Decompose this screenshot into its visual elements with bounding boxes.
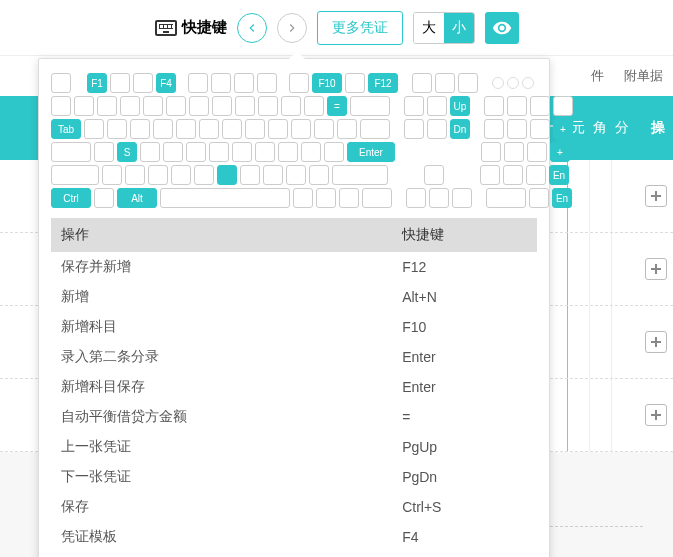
add-row-button[interactable] xyxy=(645,331,667,353)
shortcut-row: 下一张凭证PgDn xyxy=(51,462,537,492)
arrow-left-icon xyxy=(245,21,259,35)
shortcut-action: 新增 xyxy=(51,282,392,312)
key-n xyxy=(217,165,237,185)
eye-icon xyxy=(492,18,512,38)
svg-rect-7 xyxy=(651,414,661,416)
shortcut-keys-label: 快捷键 xyxy=(182,18,227,37)
operation-col-label: 操 xyxy=(643,104,673,152)
key-en2: En xyxy=(552,188,572,208)
plus-box-icon xyxy=(650,336,662,348)
key-f12: F12 xyxy=(368,73,398,93)
shortcut-key: F10 xyxy=(392,312,537,342)
key-alt: Alt xyxy=(117,188,157,208)
shortcut-action: 下一张凭证 xyxy=(51,462,392,492)
shortcut-keys-button[interactable]: 快捷键 xyxy=(155,18,227,37)
attachment-count-label: 件 xyxy=(591,67,604,85)
shortcut-popover: F1 F4 F10 F12 = Up Tab xyxy=(38,58,550,557)
shortcut-key: F12 xyxy=(392,252,537,282)
col-key: 快捷键 xyxy=(392,218,537,252)
shortcut-action: 新增科目保存 xyxy=(51,372,392,402)
attach-docs-label[interactable]: 附单据 xyxy=(624,67,663,85)
size-large-button[interactable]: 大 xyxy=(414,13,444,43)
shortcut-key: Enter xyxy=(392,342,537,372)
top-toolbar: 快捷键 更多凭证 大 小 xyxy=(0,0,673,56)
svg-rect-3 xyxy=(651,268,661,270)
digit-col-label: 角 xyxy=(589,119,611,137)
shortcut-action: 新增科目 xyxy=(51,312,392,342)
svg-rect-1 xyxy=(651,195,661,197)
col-action: 操作 xyxy=(51,218,392,252)
shortcut-row: 新增科目F10 xyxy=(51,312,537,342)
shortcut-row: 保存Ctrl+S xyxy=(51,492,537,522)
key-plus: + xyxy=(553,119,573,139)
key-dn: Dn xyxy=(450,119,470,139)
key-enter: Enter xyxy=(347,142,395,162)
size-toggle-group: 大 小 xyxy=(413,12,475,44)
next-button[interactable] xyxy=(277,13,307,43)
shortcut-action: 上一张凭证 xyxy=(51,432,392,462)
key-tab: Tab xyxy=(51,119,81,139)
view-button[interactable] xyxy=(485,12,519,44)
key-equals: = xyxy=(327,96,347,116)
shortcut-row: 录入第二条分录Enter xyxy=(51,342,537,372)
plus-box-icon xyxy=(650,263,662,275)
key-ctrl: Ctrl xyxy=(51,188,91,208)
keyboard-diagram: F1 F4 F10 F12 = Up Tab xyxy=(51,73,537,208)
shortcut-key: PgUp xyxy=(392,432,537,462)
shortcut-key: Enter xyxy=(392,372,537,402)
svg-rect-5 xyxy=(651,341,661,343)
add-row-button[interactable] xyxy=(645,185,667,207)
shortcut-key: = xyxy=(392,402,537,432)
plus-box-icon xyxy=(650,409,662,421)
shortcut-row: 新增Alt+N xyxy=(51,282,537,312)
shortcut-key: Ctrl+S xyxy=(392,492,537,522)
size-small-button[interactable]: 小 xyxy=(444,13,474,43)
shortcut-key: PgDn xyxy=(392,462,537,492)
prev-button[interactable] xyxy=(237,13,267,43)
key-en: En xyxy=(549,165,569,185)
shortcut-key: F4 xyxy=(392,522,537,552)
more-vouchers-button[interactable]: 更多凭证 xyxy=(317,11,403,45)
key-plus2: + xyxy=(550,142,570,162)
shortcut-action: 凭证模板 xyxy=(51,522,392,552)
shortcut-action: 自动平衡借贷方金额 xyxy=(51,402,392,432)
shortcut-row: 自动平衡借贷方金额= xyxy=(51,402,537,432)
keyboard-icon xyxy=(155,20,177,36)
key-f10: F10 xyxy=(312,73,342,93)
digit-col-label: 分 xyxy=(611,119,633,137)
shortcut-action: 录入第二条分录 xyxy=(51,342,392,372)
shortcut-row: 保存并新增F12 xyxy=(51,252,537,282)
add-row-button[interactable] xyxy=(645,404,667,426)
key-f1: F1 xyxy=(87,73,107,93)
shortcut-row: 上一张凭证PgUp xyxy=(51,432,537,462)
key-s: S xyxy=(117,142,137,162)
arrow-right-icon xyxy=(285,21,299,35)
shortcut-row: 新增科目保存Enter xyxy=(51,372,537,402)
key-up: Up xyxy=(450,96,470,116)
shortcut-row: 凭证模板F4 xyxy=(51,522,537,552)
add-row-button[interactable] xyxy=(645,258,667,280)
shortcut-action: 保存并新增 xyxy=(51,252,392,282)
key-f4: F4 xyxy=(156,73,176,93)
shortcut-action: 保存 xyxy=(51,492,392,522)
shortcut-key: Alt+N xyxy=(392,282,537,312)
shortcut-table: 操作 快捷键 保存并新增F12新增Alt+N新增科目F10录入第二条分录Ente… xyxy=(51,218,537,552)
plus-box-icon xyxy=(650,190,662,202)
